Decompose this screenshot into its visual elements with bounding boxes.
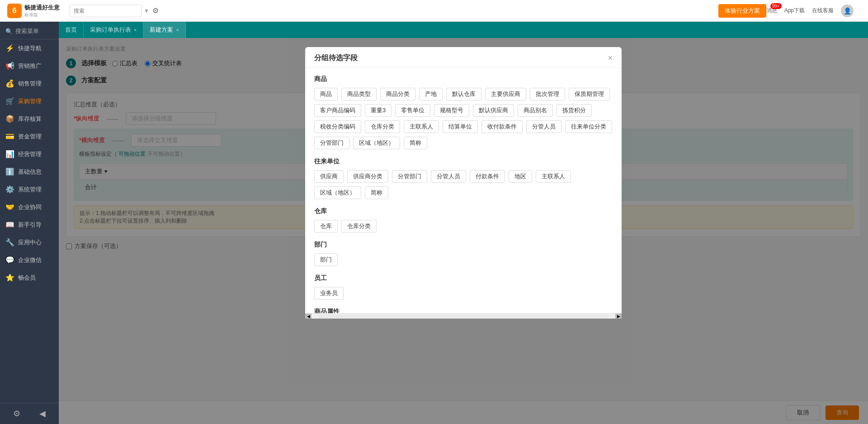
- tag-warehouse-cat[interactable]: 仓库分类: [341, 220, 377, 233]
- sidebar-item-finance[interactable]: 💳 资金管理: [0, 128, 59, 145]
- tag-supplier[interactable]: 供应商: [314, 170, 344, 183]
- sidebar-item-quick-nav[interactable]: ⚡ 快捷导航: [0, 39, 59, 57]
- sidebar-item-inventory[interactable]: 📦 库存核算: [0, 110, 59, 128]
- logo-area: 6 畅捷通好生意 标准版: [7, 4, 66, 18]
- tag-customer-code[interactable]: 客户商品编码: [314, 104, 361, 117]
- tag-product-type[interactable]: 商品类型: [341, 88, 377, 100]
- sidebar-label-finance: 资金管理: [18, 133, 42, 141]
- sidebar-label-wechat: 企业微信: [18, 256, 42, 264]
- tag-product[interactable]: 商品: [314, 88, 338, 100]
- tag-product-category[interactable]: 商品分类: [380, 88, 415, 100]
- header-right-area: 消息 99+ App下载 在线客服 👤: [766, 5, 861, 17]
- sidebar-label-sales: 销售管理: [18, 80, 42, 88]
- scroll-track: [318, 314, 609, 318]
- scroll-right-btn[interactable]: ▶: [615, 314, 622, 319]
- sidebar-search-item[interactable]: 🔍 搜索菜单: [0, 24, 59, 39]
- tab-purchase-exec-label: 采购订单执行表: [90, 26, 131, 34]
- sidebar-item-wechat[interactable]: 💬 企业微信: [0, 251, 59, 269]
- tag-tax-code[interactable]: 税收分类编码: [314, 120, 361, 133]
- tag-origin[interactable]: 产地: [419, 88, 443, 100]
- tag-main-contact[interactable]: 主联系人: [404, 120, 439, 133]
- basic-info-icon: ℹ️: [5, 167, 14, 176]
- sidebar-label-marketing: 营销推广: [18, 62, 42, 70]
- sidebar-item-basic-info[interactable]: ℹ️ 基础信息: [0, 163, 59, 181]
- section-warehouse-tags: 仓库 仓库分类: [314, 220, 613, 233]
- tag-supervisor[interactable]: 分管人员: [526, 120, 561, 133]
- tag-warehouse[interactable]: 仓库: [314, 220, 338, 233]
- tag-retail-unit[interactable]: 零售单位: [395, 104, 430, 117]
- notification-badge[interactable]: 消息 99+: [766, 7, 777, 14]
- app-download-link[interactable]: App下载: [784, 7, 805, 14]
- sidebar-item-operations[interactable]: 📊 经营管理: [0, 145, 59, 163]
- tag-dept-partner[interactable]: 分管部门: [392, 170, 427, 183]
- tag-dept-managed[interactable]: 分管部门: [314, 137, 349, 149]
- search-dropdown-icon[interactable]: ▼: [144, 8, 149, 14]
- sidebar-item-guide[interactable]: 📖 新手引导: [0, 216, 59, 233]
- sidebar-item-member[interactable]: ⭐ 畅会员: [0, 269, 59, 286]
- tag-batch-mgmt[interactable]: 批次管理: [530, 88, 565, 100]
- trial-button[interactable]: 体验行业方案: [718, 4, 766, 18]
- tag-default-supplier[interactable]: 默认供应商: [473, 104, 514, 117]
- sales-icon: 💰: [5, 79, 14, 88]
- tag-product-alias[interactable]: 商品别名: [518, 104, 553, 117]
- tag-payment-cond[interactable]: 付款条件: [470, 170, 505, 183]
- sidebar-item-marketing[interactable]: 📢 营销推广: [0, 57, 59, 75]
- app-logo-icon: 6: [7, 4, 22, 18]
- section-partner-title: 往来单位: [314, 157, 613, 166]
- online-service-link[interactable]: 在线客服: [812, 7, 834, 14]
- modal-close-button[interactable]: ×: [608, 53, 613, 63]
- tag-short-name-product[interactable]: 简称: [404, 137, 427, 149]
- tag-partner-category[interactable]: 往来单位分类: [565, 120, 612, 133]
- tag-payment-terms[interactable]: 收付款条件: [481, 120, 523, 133]
- top-header: 6 畅捷通好生意 标准版 ▼ ⚙ 体验行业方案 消息 99+ App下载 在线客…: [0, 0, 868, 22]
- user-avatar[interactable]: 👤: [841, 5, 854, 17]
- sidebar-item-sales[interactable]: 💰 销售管理: [0, 75, 59, 92]
- tab-new-plan[interactable]: 新建方案 ×: [143, 22, 185, 38]
- tag-supervisor-partner[interactable]: 分管人员: [431, 170, 466, 183]
- sidebar-item-system[interactable]: ⚙️ 系统管理: [0, 181, 59, 198]
- sidebar-item-collaboration[interactable]: 🤝 企业协同: [0, 198, 59, 216]
- tag-spec-model[interactable]: 规格型号: [434, 104, 469, 117]
- sidebar-label-quick-nav: 快捷导航: [18, 44, 42, 52]
- collab-icon: 🤝: [5, 203, 14, 211]
- sidebar-settings-btn[interactable]: ⚙: [13, 409, 20, 419]
- tab-new-plan-close[interactable]: ×: [176, 27, 179, 33]
- header-search-input[interactable]: [70, 5, 142, 17]
- settings-icon[interactable]: ⚙: [149, 5, 162, 17]
- system-icon: ⚙️: [5, 185, 14, 194]
- sidebar-label-system: 系统管理: [18, 186, 42, 194]
- sidebar-collapse-btn[interactable]: ◀: [39, 409, 46, 419]
- notification-count: 99+: [770, 3, 782, 9]
- modal-body[interactable]: 商品 商品 商品类型 商品分类 产地 默认仓库 主要供应商 批次管理 保质期管理…: [305, 68, 622, 313]
- tag-main-supplier[interactable]: 主要供应商: [485, 88, 526, 100]
- sidebar-item-purchase[interactable]: 🛒 采购管理: [0, 92, 59, 110]
- section-warehouse: 仓库 仓库 仓库分类: [314, 207, 613, 233]
- tag-short-name-partner[interactable]: 简称: [365, 186, 388, 199]
- tag-warehouse-category[interactable]: 仓库分类: [365, 120, 400, 133]
- tab-purchase-exec-close[interactable]: ×: [134, 27, 137, 33]
- purchase-icon: 🛒: [5, 97, 14, 105]
- scroll-left-btn[interactable]: ◀: [305, 314, 311, 319]
- tag-settlement-unit[interactable]: 结算单位: [443, 120, 478, 133]
- tab-purchase-exec[interactable]: 采购订单执行表 ×: [84, 22, 143, 38]
- tag-default-warehouse[interactable]: 默认仓库: [446, 88, 481, 100]
- tag-weight3[interactable]: 重量3: [365, 104, 392, 117]
- tag-salesperson[interactable]: 业务员: [314, 287, 344, 300]
- section-partner: 往来单位 供应商 供应商分类 分管部门 分管人员 付款条件 地区 主联系人 区域…: [314, 157, 613, 199]
- tag-area[interactable]: 地区: [509, 170, 532, 183]
- tag-region-product[interactable]: 区域（地区）: [353, 137, 400, 149]
- sidebar-label-basic-info: 基础信息: [18, 168, 42, 176]
- section-product: 商品 商品 商品类型 商品分类 产地 默认仓库 主要供应商 批次管理 保质期管理…: [314, 75, 613, 149]
- tag-main-contact-partner[interactable]: 主联系人: [536, 170, 571, 183]
- tab-new-plan-label: 新建方案: [150, 26, 173, 34]
- tag-dept[interactable]: 部门: [314, 253, 338, 266]
- tag-shelf-life[interactable]: 保质期管理: [569, 88, 610, 100]
- tag-pick-points[interactable]: 拣货积分: [557, 104, 592, 117]
- tab-home[interactable]: 首页: [59, 22, 84, 38]
- modal-bottom-scrollbar[interactable]: ◀ ▶: [305, 313, 622, 319]
- sidebar: 🔍 搜索菜单 ⚡ 快捷导航 📢 营销推广 💰 销售管理 🛒 采购管理 📦 库存核…: [0, 22, 59, 424]
- tag-supplier-category[interactable]: 供应商分类: [347, 170, 388, 183]
- sidebar-item-app-center[interactable]: 🔧 应用中心: [0, 233, 59, 251]
- marketing-icon: 📢: [5, 62, 14, 70]
- tag-region-partner[interactable]: 区域（地区）: [314, 186, 361, 199]
